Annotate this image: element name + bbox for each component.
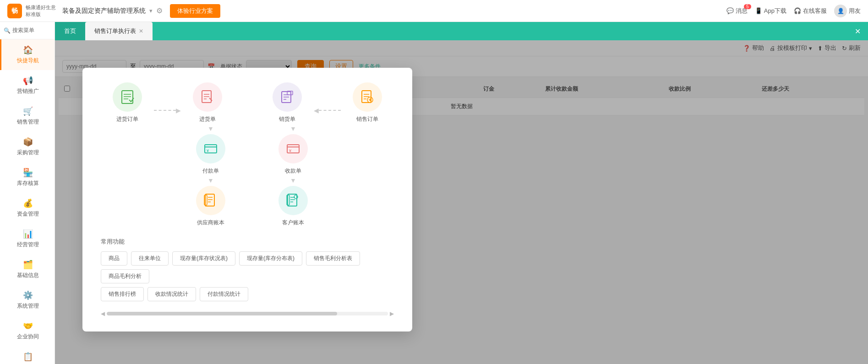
app-wrapper: 畅 畅康通好生意 标准版 装备及固定资产辅助管理系统 ▾ ⚙ 体验行业方案 💬 … xyxy=(0,0,868,364)
topbar-right: 💬 消息 5 📱 App下载 🎧 在线客服 👤 用友 xyxy=(726,5,861,17)
tab-close-icon[interactable]: ✕ xyxy=(139,28,143,34)
logo-icon: 畅 xyxy=(7,4,22,18)
headset-icon: 🎧 xyxy=(794,7,801,14)
function-btn-partner[interactable]: 往来单位 xyxy=(131,251,169,266)
common-functions-section: 常用功能 商品 往来单位 现存量(库存状况表) 现存量(库存分布表) 销售毛利分… xyxy=(101,238,394,301)
purchase-order-circle[interactable] xyxy=(113,82,142,112)
tab-sales-order-exec[interactable]: 销售订单执行表 ✕ xyxy=(85,22,153,40)
dropdown-arrow-icon[interactable]: ▾ xyxy=(149,7,153,14)
flow-receipt: ¥ 收款单 xyxy=(266,134,321,175)
sidebar-item-basic[interactable]: 🗂️ 基础信息 xyxy=(0,254,55,285)
enterprise-icon: 🤝 xyxy=(23,321,33,331)
sidebar-nav: 🏠 快捷导航 📢 营销推广 🛒 销售管理 📦 采购管理 🏪 库存核 xyxy=(0,39,55,364)
function-btn-sales-margin[interactable]: 销售毛利分析表 xyxy=(306,251,360,266)
tab-home[interactable]: 首页 xyxy=(55,22,85,40)
main-wrapper: 🔍 搜索菜单 🏠 快捷导航 📢 营销推广 🛒 销售管理 📦 xyxy=(0,22,868,364)
function-buttons-row1: 商品 往来单位 现存量(库存状况表) 现存量(库存分布表) 销售毛利分析表 商品… xyxy=(101,251,394,283)
function-btn-receipt-stats[interactable]: 收款情况统计 xyxy=(147,287,196,301)
system-title: 装备及固定资产辅助管理系统 xyxy=(62,7,146,15)
basic-icon: 🗂️ xyxy=(23,260,33,270)
function-btn-stock-status[interactable]: 现存量(库存状况表) xyxy=(172,251,235,266)
marketing-icon: 📢 xyxy=(23,76,33,86)
sidebar-item-finance[interactable]: 💰 资金管理 xyxy=(0,193,55,223)
system-icon: ⚙️ xyxy=(23,290,33,300)
sidebar-item-sales[interactable]: 🛒 销售管理 xyxy=(0,101,55,131)
guide-icon: 📋 xyxy=(23,352,33,362)
logo-text: 畅康通好生意 标准版 xyxy=(26,4,56,17)
sidebar-item-marketing[interactable]: 📢 营销推广 xyxy=(0,70,55,101)
tab-bar-close-icon[interactable]: ✕ xyxy=(847,27,868,36)
page-content: ❓ 帮助 🖨 按模板打印 ▾ ⬆ 导出 ↻ xyxy=(55,40,868,364)
topbar: 畅 畅康通好生意 标准版 装备及固定资产辅助管理系统 ▾ ⚙ 体验行业方案 💬 … xyxy=(0,0,868,22)
sidebar-search-area[interactable]: 🔍 搜索菜单 xyxy=(0,22,55,39)
trial-button[interactable]: 体验行业方案 xyxy=(170,4,220,18)
quick-nav-modal: 进货订单 ▶ xyxy=(82,68,412,331)
scroll-left-arrow[interactable]: ◀ xyxy=(101,310,105,317)
message-icon: 💬 xyxy=(726,7,734,14)
content-area: 首页 销售订单执行表 ✕ ✕ ❓ 帮助 xyxy=(55,22,868,364)
user-area[interactable]: 👤 用友 xyxy=(834,5,861,17)
purchase-receipt-circle[interactable] xyxy=(193,82,222,112)
receipt-circle[interactable]: ¥ xyxy=(278,134,308,163)
svg-text:¥: ¥ xyxy=(289,148,292,153)
message-badge: 5 xyxy=(744,4,751,9)
modal-scrollbar-area: ◀ ▶ xyxy=(101,310,394,317)
flow-sales-invoice: 销货单 xyxy=(261,82,314,123)
tab-bar: 首页 销售订单执行表 ✕ ✕ xyxy=(55,22,868,40)
scrollbar-track xyxy=(107,312,388,315)
customer-ledger-circle[interactable] xyxy=(278,186,308,215)
flow-sales-order: 销售订单 xyxy=(341,82,394,123)
purchase-icon: 📦 xyxy=(23,137,33,147)
flow-supplier-ledger: 供应商账本 xyxy=(183,186,238,227)
svg-text:¥: ¥ xyxy=(206,148,209,153)
svg-rect-26 xyxy=(205,194,214,206)
search-menu-btn[interactable]: 🔍 搜索菜单 xyxy=(4,27,51,34)
download-icon: 📱 xyxy=(755,7,762,14)
home-icon: 🏠 xyxy=(23,45,33,55)
inventory-icon: 🏪 xyxy=(23,168,33,178)
sales-icon: 🛒 xyxy=(23,106,33,116)
message-btn[interactable]: 💬 消息 5 xyxy=(726,7,748,15)
function-btn-product[interactable]: 商品 xyxy=(101,251,127,266)
function-btn-stock-dist[interactable]: 现存量(库存分布表) xyxy=(239,251,302,266)
function-btn-payment-stats[interactable]: 付款情况统计 xyxy=(200,287,248,301)
sidebar: 🔍 搜索菜单 🏠 快捷导航 📢 营销推广 🛒 销售管理 📦 xyxy=(0,22,55,364)
flow-customer-ledger: 客户账本 xyxy=(266,186,321,227)
sidebar-item-enterprise[interactable]: 🤝 企业协同 xyxy=(0,315,55,346)
finance-icon: 💰 xyxy=(23,198,33,208)
sales-order-circle[interactable] xyxy=(353,82,382,112)
sidebar-item-system[interactable]: ⚙️ 系统管理 xyxy=(0,285,55,315)
sidebar-item-inventory[interactable]: 🏪 库存核算 xyxy=(0,162,55,193)
flow-purchase-receipt: 进货单 xyxy=(181,82,234,123)
avatar: 👤 xyxy=(834,5,847,17)
flow-diagram: 进货订单 ▶ xyxy=(101,82,394,227)
function-buttons-row2: 销售排行榜 收款情况统计 付款情况统计 xyxy=(101,287,394,301)
app-download-btn[interactable]: 📱 App下载 xyxy=(755,7,786,15)
sidebar-item-purchase[interactable]: 📦 采购管理 xyxy=(0,131,55,162)
common-functions-title: 常用功能 xyxy=(101,238,394,246)
modal-overlay[interactable]: 进货订单 ▶ xyxy=(55,40,868,364)
scrollbar-thumb xyxy=(107,312,337,315)
flow-payment: ¥ 付款单 xyxy=(183,134,238,175)
operation-icon: 📊 xyxy=(23,229,33,239)
sidebar-item-guide[interactable]: 📋 新手引导 xyxy=(0,346,55,364)
online-service-btn[interactable]: 🎧 在线客服 xyxy=(794,7,827,15)
function-btn-product-margin[interactable]: 商品毛利分析 xyxy=(101,269,149,283)
logo-area: 畅 畅康通好生意 标准版 xyxy=(7,4,62,18)
sidebar-item-operation[interactable]: 📊 经营管理 xyxy=(0,223,55,254)
scroll-right-arrow[interactable]: ▶ xyxy=(390,310,394,317)
function-btn-sales-rank[interactable]: 销售排行榜 xyxy=(101,287,144,301)
search-icon: 🔍 xyxy=(4,27,11,34)
svg-rect-31 xyxy=(288,194,297,206)
sales-invoice-circle[interactable] xyxy=(273,82,302,112)
supplier-ledger-circle[interactable] xyxy=(196,186,225,215)
flow-purchase-order: 进货订单 xyxy=(101,82,154,123)
sidebar-item-quick-nav[interactable]: 🏠 快捷导航 xyxy=(0,39,55,70)
payment-circle[interactable]: ¥ xyxy=(196,134,225,163)
topbar-title-area: 装备及固定资产辅助管理系统 ▾ ⚙ 体验行业方案 xyxy=(62,4,726,18)
settings-icon[interactable]: ⚙ xyxy=(156,6,163,15)
